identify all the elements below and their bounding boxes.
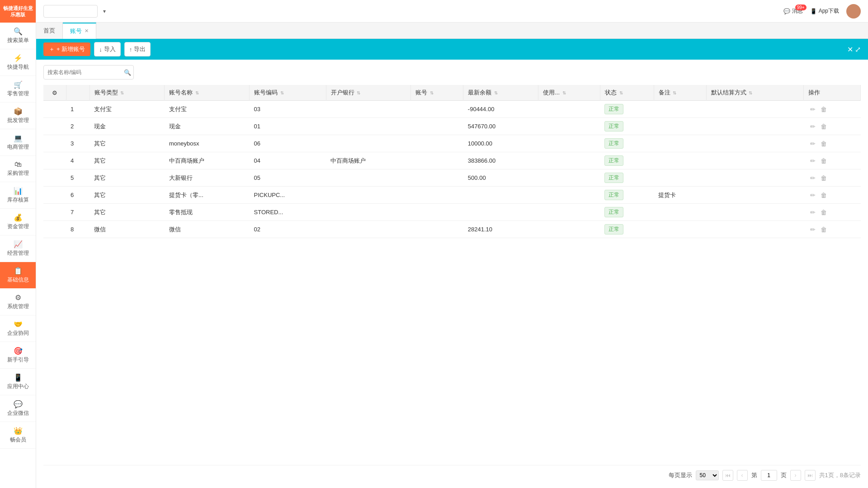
sidebar-item-search-menu[interactable]: 🔍搜索菜单 bbox=[0, 23, 36, 49]
delete-button-4[interactable]: 🗑 bbox=[819, 174, 829, 183]
sidebar-icon-wholesale-mgmt: 📦 bbox=[2, 107, 34, 116]
sidebar-item-system-mgmt[interactable]: ⚙系统管理 bbox=[0, 289, 36, 315]
cell-actions-7: ✏ 🗑 bbox=[804, 221, 861, 238]
delete-button-7[interactable]: 🗑 bbox=[819, 225, 829, 234]
delete-button-0[interactable]: 🗑 bbox=[819, 105, 829, 114]
page-expand-icon[interactable]: ⤢ bbox=[855, 45, 861, 54]
cell-code-1: 01 bbox=[250, 118, 326, 135]
sidebar-item-retail-mgmt[interactable]: 🛒零售管理 bbox=[0, 76, 36, 103]
topbar-dropdown[interactable]: ▾ bbox=[103, 8, 106, 14]
column-type[interactable]: 账号类型 ⇅ bbox=[90, 85, 165, 101]
tab-label-home: 首页 bbox=[43, 27, 55, 35]
column-bank[interactable]: 开户银行 ⇅ bbox=[326, 85, 411, 101]
page-close-icon[interactable]: ✕ bbox=[847, 45, 853, 54]
cell-bank-2 bbox=[326, 135, 411, 152]
sidebar-item-shortcut-nav[interactable]: ⚡快捷导航 bbox=[0, 49, 36, 76]
column-balance[interactable]: 最新余额 ⇅ bbox=[463, 85, 538, 101]
sidebar-item-app-center[interactable]: 📱应用中心 bbox=[0, 369, 36, 395]
edit-button-6[interactable]: ✏ bbox=[808, 208, 817, 217]
per-page-select[interactable]: 50 100 200 bbox=[696, 470, 719, 480]
sidebar-label-new-guide: 新手引导 bbox=[7, 357, 29, 363]
edit-button-2[interactable]: ✏ bbox=[808, 139, 817, 148]
table-row: 7 其它 零售抵现 STORED... 正常 ✏ 🗑 bbox=[43, 204, 861, 221]
edit-button-1[interactable]: ✏ bbox=[808, 122, 817, 131]
last-page-button[interactable]: ⏭ bbox=[805, 470, 816, 481]
status-badge-4: 正常 bbox=[604, 173, 623, 183]
delete-button-5[interactable]: 🗑 bbox=[819, 191, 829, 200]
cell-code-7: 02 bbox=[250, 221, 326, 238]
topbar-message[interactable]: 💬 消息 99+ bbox=[783, 7, 803, 15]
topbar-app-download[interactable]: 📱 App下载 bbox=[810, 7, 839, 15]
tab-home[interactable]: 首页 bbox=[36, 23, 63, 39]
delete-button-1[interactable]: 🗑 bbox=[819, 122, 829, 131]
edit-button-3[interactable]: ✏ bbox=[808, 156, 817, 165]
page-header: ＋ + 新增账号 ↓ 导入 ↑ 导出 ✕ ⤢ bbox=[36, 39, 868, 60]
cell-status-7: 正常 bbox=[600, 221, 654, 238]
cell-bank-5 bbox=[326, 187, 411, 204]
cell-name-6: 零售抵现 bbox=[165, 204, 250, 221]
cell-remark-1 bbox=[654, 118, 706, 135]
edit-button-4[interactable]: ✏ bbox=[808, 174, 817, 183]
sidebar-item-inventory[interactable]: 📊库存核算 bbox=[0, 182, 36, 209]
column-name[interactable]: 账号名称 ⇅ bbox=[165, 85, 250, 101]
cell-status-5: 正常 bbox=[600, 187, 654, 204]
next-page-button[interactable]: › bbox=[790, 470, 801, 481]
cell-default-settle-3 bbox=[706, 152, 804, 169]
column-account[interactable]: 账号 ⇅ bbox=[411, 85, 463, 101]
pagination: 每页显示 50 100 200 ⏮ ‹ 第 页 › ⏭ 共1页，8条记录 bbox=[43, 465, 861, 483]
topbar-search-input[interactable] bbox=[43, 5, 98, 18]
cell-type-4: 其它 bbox=[90, 169, 165, 187]
status-badge-7: 正常 bbox=[604, 224, 623, 235]
sidebar-item-vip-member[interactable]: 👑畅会员 bbox=[0, 422, 36, 449]
cell-gear-1 bbox=[43, 118, 66, 135]
cell-usage-0 bbox=[538, 101, 600, 118]
sidebar-item-basic-info[interactable]: 📋基础信息 bbox=[0, 262, 36, 289]
sidebar-item-purchase-mgmt[interactable]: 🛍采购管理 bbox=[0, 156, 36, 182]
sidebar-item-capital-mgmt[interactable]: 💰资金管理 bbox=[0, 209, 36, 235]
cell-usage-1 bbox=[538, 118, 600, 135]
sidebar-item-ecommerce-mgmt[interactable]: 💻电商管理 bbox=[0, 129, 36, 156]
import-button[interactable]: ↓ 导入 bbox=[94, 42, 121, 56]
prev-page-button[interactable]: ‹ bbox=[737, 470, 748, 481]
sidebar-icon-search-menu: 🔍 bbox=[2, 27, 34, 36]
edit-button-5[interactable]: ✏ bbox=[808, 191, 817, 200]
sidebar-icon-system-mgmt: ⚙ bbox=[2, 293, 34, 302]
delete-button-2[interactable]: 🗑 bbox=[819, 139, 829, 148]
edit-button-0[interactable]: ✏ bbox=[808, 105, 817, 114]
column-default-settle[interactable]: 默认结算方式 ⇅ bbox=[706, 85, 804, 101]
sidebar-item-new-guide[interactable]: 🎯新手引导 bbox=[0, 342, 36, 369]
column-status[interactable]: 状态 ⇅ bbox=[600, 85, 654, 101]
topbar-right: 💬 消息 99+ 📱 App下载 bbox=[783, 4, 861, 19]
table-header: ⚙ 账号类型 ⇅ 账号名称 ⇅ 账号编码 ⇅ 开户银行 ⇅ 账号 ⇅ 最新余额 … bbox=[43, 85, 861, 101]
cell-type-1: 现金 bbox=[90, 118, 165, 135]
sidebar-label-wholesale-mgmt: 批发管理 bbox=[7, 117, 29, 123]
sidebar-item-wholesale-mgmt[interactable]: 📦批发管理 bbox=[0, 103, 36, 129]
column-usage[interactable]: 使用... ⇅ bbox=[538, 85, 600, 101]
cell-account-3 bbox=[411, 152, 463, 169]
page-number-input[interactable] bbox=[761, 470, 777, 481]
cell-seq-6: 7 bbox=[66, 204, 90, 221]
cell-seq-0: 1 bbox=[66, 101, 90, 118]
edit-button-7[interactable]: ✏ bbox=[808, 225, 817, 234]
tab-close-accounts[interactable]: ✕ bbox=[85, 28, 89, 34]
sidebar-item-enterprise-wechat[interactable]: 💬企业微信 bbox=[0, 395, 36, 422]
cell-type-7: 微信 bbox=[90, 221, 165, 238]
column-settings[interactable]: ⚙ bbox=[43, 85, 66, 101]
tab-accounts[interactable]: 账号✕ bbox=[63, 23, 96, 39]
sidebar-label-capital-mgmt: 资金管理 bbox=[7, 223, 29, 230]
column-code[interactable]: 账号编码 ⇅ bbox=[250, 85, 326, 101]
sidebar-label-app-center: 应用中心 bbox=[7, 383, 29, 389]
sidebar-item-enterprise-agreement[interactable]: 🤝企业协同 bbox=[0, 315, 36, 342]
sidebar-label-basic-info: 基础信息 bbox=[7, 277, 29, 283]
column-remark[interactable]: 备注 ⇅ bbox=[654, 85, 706, 101]
search-input[interactable] bbox=[43, 65, 134, 80]
delete-button-6[interactable]: 🗑 bbox=[819, 208, 829, 217]
first-page-button[interactable]: ⏮ bbox=[722, 470, 733, 481]
delete-button-3[interactable]: 🗑 bbox=[819, 156, 829, 165]
search-icon[interactable]: 🔍 bbox=[124, 69, 131, 76]
user-avatar[interactable] bbox=[846, 4, 861, 19]
add-account-button[interactable]: ＋ + 新增账号 bbox=[43, 42, 90, 56]
cell-name-1: 现金 bbox=[165, 118, 250, 135]
sidebar-item-operation-mgmt[interactable]: 📈经营管理 bbox=[0, 235, 36, 262]
export-button[interactable]: ↑ 导出 bbox=[124, 42, 151, 56]
